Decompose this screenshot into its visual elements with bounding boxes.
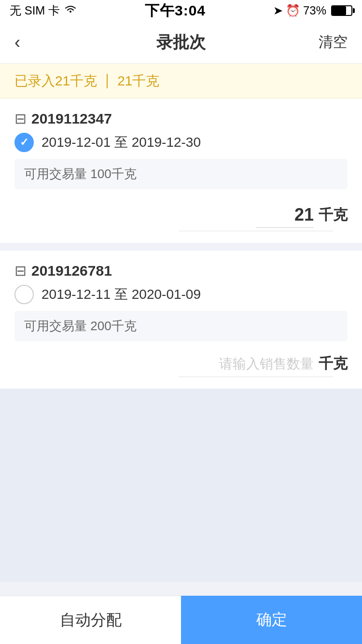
status-right: ➤ ⏰ 73%: [273, 4, 352, 17]
batch-2-available: 可用交易量 200千克: [14, 311, 348, 341]
batch-2-separator: [179, 377, 333, 377]
batch-2-unit: 千克: [319, 354, 348, 374]
back-button[interactable]: ‹: [14, 32, 43, 53]
clear-button[interactable]: 清空: [319, 32, 348, 52]
status-bar: 无 SIM 卡 下午3:04 ➤ ⏰ 73%: [0, 0, 362, 21]
summary-banner: 已录入21千克 21千克: [0, 64, 362, 98]
batch-1-radio[interactable]: ✓: [14, 133, 34, 152]
batch-1-date-row: ✓ 2019-12-01 至 2019-12-30: [14, 133, 348, 152]
batch-2-doc-icon: ⊟: [14, 262, 27, 279]
batch-2-radio[interactable]: [14, 285, 34, 304]
battery-icon: [331, 5, 352, 16]
batch-1-doc-icon: ⊟: [14, 110, 27, 127]
summary-amount: 21千克: [117, 72, 159, 90]
batch-2-date: 2019-12-11 至 2020-01-09: [42, 285, 201, 304]
batch-1-separator: [179, 231, 333, 231]
batch-1-unit: 千克: [319, 205, 348, 225]
batch-1-date: 2019-12-01 至 2019-12-30: [42, 133, 201, 152]
batch-card-2: ⊟ 2019126781 2019-12-11 至 2020-01-09 可用交…: [0, 251, 362, 389]
summary-divider: [107, 74, 108, 88]
section-gap-1: [0, 243, 362, 251]
bottom-empty-space: [0, 389, 362, 582]
batch-1-available: 可用交易量 100千克: [14, 159, 348, 189]
batch-1-header: ⊟ 2019112347: [14, 110, 348, 127]
status-time: 下午3:04: [145, 1, 206, 21]
summary-label: 已录入21千克: [14, 72, 97, 90]
page-title: 录批次: [156, 31, 206, 54]
location-icon: ➤: [273, 4, 283, 17]
nav-bar: ‹ 录批次 清空: [0, 21, 362, 64]
batch-2-placeholder: 请输入销售数量: [219, 355, 314, 373]
wifi-icon: [64, 4, 77, 17]
status-left: 无 SIM 卡: [10, 3, 77, 18]
batch-1-quantity-row: 千克: [14, 197, 348, 228]
confirm-button[interactable]: 确定: [181, 596, 362, 644]
batch-card-1: ⊟ 2019112347 ✓ 2019-12-01 至 2019-12-30 可…: [0, 98, 362, 243]
content-area: ⊟ 2019112347 ✓ 2019-12-01 至 2019-12-30 可…: [0, 98, 362, 582]
battery-percent: 73%: [303, 4, 326, 17]
batch-2-date-row: 2019-12-11 至 2020-01-09: [14, 285, 348, 304]
sim-text: 无 SIM 卡: [10, 3, 60, 18]
batch-2-id: 2019126781: [31, 263, 112, 279]
alarm-icon: ⏰: [286, 4, 300, 17]
auto-distribute-button[interactable]: 自动分配: [0, 596, 181, 644]
batch-1-check-icon: ✓: [20, 136, 28, 149]
batch-2-header: ⊟ 2019126781: [14, 262, 348, 279]
batch-2-quantity-row: 请输入销售数量 千克: [14, 349, 348, 374]
batch-1-quantity-input[interactable]: [256, 202, 314, 228]
bottom-bar: 自动分配 确定: [0, 596, 362, 644]
batch-1-id: 2019112347: [31, 111, 112, 127]
